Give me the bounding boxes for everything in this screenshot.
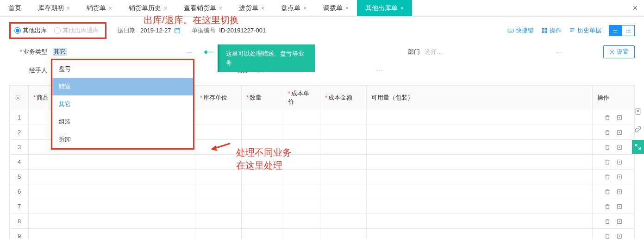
close-icon[interactable]: × [67,5,70,12]
cell-available[interactable] [367,229,593,239]
dropdown-option-拆卸[interactable]: 拆卸 [52,131,193,148]
delete-row-icon[interactable] [604,233,611,239]
add-row-icon[interactable] [616,203,623,210]
add-row-icon[interactable] [616,174,623,180]
history-link[interactable]: 历史单据 [569,26,601,35]
delete-row-icon[interactable] [604,114,611,121]
cell-available[interactable] [367,170,593,184]
cell-available[interactable] [367,199,593,214]
cell-cost-amount[interactable] [320,214,367,229]
cell-available[interactable] [367,155,593,170]
cell-product[interactable] [29,199,195,214]
cell-cost-price[interactable] [283,214,320,229]
view-grid-button[interactable] [622,25,635,36]
cell-qty[interactable] [242,155,283,170]
cell-product[interactable] [29,229,195,239]
cell-cost-price[interactable] [283,170,320,184]
cell-cost-price[interactable] [283,110,320,125]
tab-库存期初[interactable]: 库存期初× [30,0,78,16]
more-dot-teal[interactable]: ●─ [204,48,213,56]
add-row-icon[interactable] [616,233,623,239]
table-row[interactable]: 6 [10,184,634,199]
cell-qty[interactable] [242,125,283,140]
close-icon[interactable]: × [303,5,306,12]
delete-row-icon[interactable] [604,144,611,151]
close-icon[interactable]: × [400,5,404,12]
cell-unit[interactable] [195,110,242,125]
cell-available[interactable] [367,125,593,140]
rail-note-button[interactable] [632,105,644,119]
table-row[interactable]: 8 [10,214,634,229]
dropdown-option-赠送[interactable]: 赠送 [52,78,193,95]
cell-product[interactable] [29,214,195,229]
settings-button[interactable]: 设置 [603,45,635,58]
rail-expand-button[interactable] [632,140,644,154]
cell-cost-price[interactable] [283,125,320,140]
cell-unit[interactable] [195,184,242,199]
cell-cost-price[interactable] [283,229,320,239]
close-icon[interactable]: × [164,5,167,12]
cell-cost-price[interactable] [283,199,320,214]
cell-cost-amount[interactable] [320,170,367,184]
cell-cost-amount[interactable] [320,199,367,214]
radio-other-out-return[interactable]: 其他出库退库 [54,26,99,35]
rail-link-button[interactable] [632,122,644,136]
dropdown-option-其它[interactable]: 其它 [52,95,193,113]
cell-cost-amount[interactable] [320,229,367,239]
tab-其他出库单[interactable]: 其他出库单× [357,0,412,16]
cell-cost-price[interactable] [283,184,320,199]
dropdown-option-组装[interactable]: 组装 [52,113,193,131]
add-row-icon[interactable] [616,189,623,195]
ellipsis-icon[interactable]: ⋯ [376,66,383,75]
cell-unit[interactable] [195,125,242,140]
tab-销货单[interactable]: 销货单× [78,0,120,16]
cell-unit[interactable] [195,170,242,184]
table-row[interactable]: 4 [10,155,634,170]
shortcut-link[interactable]: 快捷键 [507,26,534,35]
cell-available[interactable] [367,214,593,229]
ellipsis-icon[interactable]: ⋯ [555,48,563,57]
tab-盘点单[interactable]: 盘点单× [273,0,315,16]
table-row[interactable]: 9 [10,229,634,239]
cell-cost-amount[interactable] [320,155,367,170]
cell-qty[interactable] [242,229,283,239]
dept-select[interactable]: 选择… [423,46,552,58]
cell-cost-amount[interactable] [320,140,367,155]
biztype-select[interactable]: 其它 ︿ 盘亏赠送其它组装拆卸 [51,46,194,58]
cell-cost-price[interactable] [283,155,320,170]
delete-row-icon[interactable] [604,174,611,180]
delete-row-icon[interactable] [604,218,611,225]
add-row-icon[interactable] [616,114,623,121]
view-list-button[interactable] [609,25,622,36]
add-row-icon[interactable] [616,159,623,165]
cell-unit[interactable] [195,140,242,155]
delete-row-icon[interactable] [604,203,611,210]
delete-row-icon[interactable] [604,189,611,195]
close-icon[interactable]: × [219,5,222,12]
close-icon[interactable]: × [345,5,349,12]
tab-查看销货单[interactable]: 查看销货单× [175,0,231,16]
dropdown-option-盘亏[interactable]: 盘亏 [52,60,193,78]
tab-销货单历史[interactable]: 销货单历史× [120,0,175,16]
close-icon[interactable]: × [261,5,264,12]
table-row[interactable]: 5 [10,170,634,184]
delete-row-icon[interactable] [604,159,611,165]
tabs-close-all[interactable]: × [626,0,644,16]
doc-date-input[interactable]: 2019-12-27 [138,26,182,35]
cell-qty[interactable] [242,214,283,229]
add-row-icon[interactable] [616,144,623,151]
cell-available[interactable] [367,110,593,125]
cell-cost-amount[interactable] [320,110,367,125]
cell-unit[interactable] [195,229,242,239]
cell-qty[interactable] [242,184,283,199]
cell-unit[interactable] [195,155,242,170]
cell-available[interactable] [367,140,593,155]
cell-qty[interactable] [242,199,283,214]
cell-product[interactable] [29,155,195,170]
radio-other-out[interactable]: 其他出库 [14,26,47,35]
tab-进货单[interactable]: 进货单× [231,0,273,16]
cell-product[interactable] [29,170,195,184]
delete-row-icon[interactable] [604,129,611,136]
cell-cost-amount[interactable] [320,125,367,140]
cell-unit[interactable] [195,214,242,229]
